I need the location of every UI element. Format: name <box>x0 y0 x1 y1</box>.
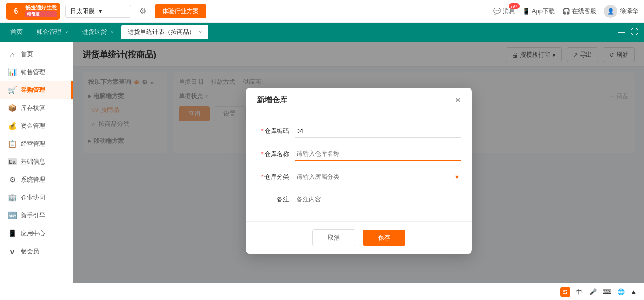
taskbar-expand-icon[interactable]: ▲ <box>630 288 636 295</box>
message-icon: 💬 <box>493 8 501 15</box>
bottom-bar: S 中· 🎤 ⌨ 🌐 ▲ <box>0 283 644 300</box>
inventory-icon: 📦 <box>8 104 17 112</box>
sidebar-label-home: 首页 <box>21 50 33 58</box>
vip-icon: V <box>8 248 17 256</box>
sidebar-item-vip[interactable]: V 畅会员 <box>0 242 73 260</box>
sidebar-label-company: 企业协同 <box>21 193 45 202</box>
tab-bar-right: — ⛶ <box>616 26 640 38</box>
service-label: 在线客服 <box>572 7 596 16</box>
tab-purchase-return[interactable]: 进货退货 × <box>75 25 120 39</box>
modal-body: *仓库编码 *仓库名称 *仓库分类 <box>246 113 472 221</box>
avatar: 👤 <box>604 5 617 18</box>
service-btn[interactable]: 🎧 在线客服 <box>562 7 596 16</box>
sidebar-item-company[interactable]: 🏢 企业协同 <box>0 189 73 207</box>
form-row-code: *仓库编码 <box>257 125 461 138</box>
user-area[interactable]: 👤 徐泽华 <box>604 5 638 18</box>
tab-purchase-stats-close[interactable]: × <box>199 29 202 35</box>
form-row-category: *仓库分类 ▾ <box>257 170 461 183</box>
name-input[interactable] <box>295 147 461 161</box>
tab-account[interactable]: 账套管理 × <box>30 25 74 39</box>
maximize-icon[interactable]: ⛶ <box>629 26 640 38</box>
mobile-icon: 📱 <box>522 8 530 15</box>
company-icon: 🏢 <box>8 193 17 202</box>
chevron-down-icon: ▾ <box>99 8 126 15</box>
store-selector[interactable]: 日太阳膜 ▾ <box>65 5 131 18</box>
sidebar-item-app[interactable]: 📱 应用中心 <box>0 225 73 242</box>
sidebar-item-purchase[interactable]: 🛒 采购管理 <box>0 81 73 99</box>
keyboard-icon[interactable]: ⌨ <box>603 288 611 295</box>
app-label: App下载 <box>532 7 555 16</box>
modal-new-warehouse: 新增仓库 × *仓库编码 *仓库名称 <box>246 88 472 254</box>
sidebar-item-inventory[interactable]: 📦 库存核算 <box>0 99 73 117</box>
tab-purchase-stats[interactable]: 进货单统计表（按商品） × <box>121 25 208 39</box>
tab-bar: 首页 账套管理 × 进货退货 × 进货单统计表（按商品） × — ⛶ <box>0 23 644 42</box>
sidebar-label-purchase: 采购管理 <box>21 86 45 94</box>
content-area: 进货单统计(按商品) 🖨 按模板打印 ▾ ↗ 导出 ↺ 刷新 <box>73 42 644 300</box>
category-label: *仓库分类 <box>257 173 295 181</box>
sidebar-label-app: 应用中心 <box>21 229 45 238</box>
remark-input[interactable] <box>295 193 461 206</box>
modal-footer: 取消 保存 <box>246 221 472 254</box>
settings-icon[interactable]: ⚙ <box>136 4 150 18</box>
remark-label: 备注 <box>257 195 295 204</box>
sidebar-item-basic[interactable]: Ea 基础信息 <box>0 153 73 171</box>
sidebar: ⌂ 首页 📊 销售管理 🛒 采购管理 📦 库存核算 💰 资金管理 📋 经营管理 … <box>0 42 73 300</box>
mic-icon[interactable]: 🎤 <box>589 288 597 295</box>
top-header: 6 畅捷通好生意 精简版 日太阳膜 ▾ ⚙ 体验行业方案 💬 消息 99+ 📱 … <box>0 0 644 23</box>
category-input[interactable] <box>295 170 461 183</box>
operation-icon: 📋 <box>8 140 17 148</box>
code-input[interactable] <box>295 125 461 138</box>
header-right: 💬 消息 99+ 📱 App下载 🎧 在线客服 👤 徐泽华 <box>493 5 638 18</box>
modal-close-btn[interactable]: × <box>455 95 461 105</box>
sidebar-label-finance: 资金管理 <box>21 122 45 130</box>
guide-icon: 🆕 <box>8 211 17 220</box>
modal-header: 新增仓库 × <box>246 88 472 113</box>
save-btn[interactable]: 保存 <box>363 230 405 246</box>
modal-title: 新增仓库 <box>257 95 287 105</box>
form-row-remark: 备注 <box>257 193 461 206</box>
logo-text: 畅捷通好生意 精简版 <box>25 5 57 17</box>
sidebar-label-basic: 基础信息 <box>21 158 45 166</box>
minimize-icon[interactable]: — <box>616 26 627 38</box>
app-icon: 📱 <box>8 229 17 238</box>
code-label: *仓库编码 <box>257 127 295 135</box>
sidebar-item-guide[interactable]: 🆕 新手引导 <box>0 207 73 225</box>
logo-main: 畅捷通好生意 <box>25 5 57 11</box>
experience-btn[interactable]: 体验行业方案 <box>155 4 206 18</box>
modal-overlay[interactable]: 新增仓库 × *仓库编码 *仓库名称 <box>73 42 644 300</box>
sidebar-item-system[interactable]: ⚙ 系统管理 <box>0 171 73 189</box>
message-badge: 99+ <box>509 3 520 9</box>
tab-home[interactable]: 首页 <box>4 25 29 39</box>
name-label: *仓库名称 <box>257 150 295 158</box>
system-icon: ⚙ <box>8 175 17 184</box>
ime-label: 中· <box>576 288 584 296</box>
tab-purchase-stats-label: 进货单统计表（按商品） <box>128 28 195 36</box>
sidebar-item-finance[interactable]: 💰 资金管理 <box>0 117 73 135</box>
message-btn[interactable]: 💬 消息 99+ <box>493 7 515 16</box>
sidebar-item-sales[interactable]: 📊 销售管理 <box>0 63 73 81</box>
sidebar-item-operation[interactable]: 📋 经营管理 <box>0 135 73 153</box>
cancel-btn[interactable]: 取消 <box>312 229 355 246</box>
sidebar-label-guide: 新手引导 <box>21 211 45 220</box>
tab-purchase-return-close[interactable]: × <box>110 29 113 35</box>
tab-purchase-return-label: 进货退货 <box>82 28 107 36</box>
sidebar-label-inventory: 库存核算 <box>21 104 45 112</box>
purchase-icon: 🛒 <box>8 86 17 94</box>
tab-home-label: 首页 <box>10 28 23 36</box>
app-download-btn[interactable]: 📱 App下载 <box>522 7 555 16</box>
globe-icon[interactable]: 🌐 <box>617 288 625 295</box>
sidebar-item-home[interactable]: ⌂ 首页 <box>0 45 73 63</box>
category-select-wrapper: ▾ <box>295 170 461 183</box>
form-row-name: *仓库名称 <box>257 147 461 161</box>
tab-account-close[interactable]: × <box>65 29 68 35</box>
tab-account-label: 账套管理 <box>37 28 61 36</box>
sidebar-label-operation: 经营管理 <box>21 140 45 148</box>
store-name: 日太阳膜 <box>70 7 97 16</box>
sidebar-label-sales: 销售管理 <box>21 68 45 76</box>
finance-icon: 💰 <box>8 122 17 130</box>
headset-icon: 🎧 <box>562 8 570 15</box>
sales-icon: 📊 <box>8 68 17 76</box>
logo-icon: 6 <box>9 5 23 18</box>
sidebar-label-system: 系统管理 <box>21 175 45 184</box>
user-name: 徐泽华 <box>620 7 638 16</box>
